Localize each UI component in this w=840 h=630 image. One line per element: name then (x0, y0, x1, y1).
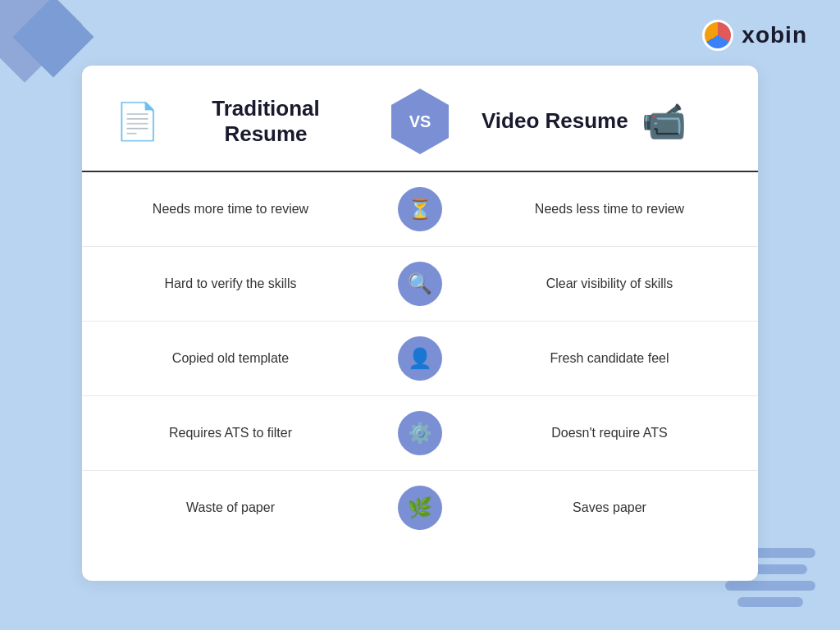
right-item: Clear visibility of skills (461, 276, 758, 291)
comparison-row: Requires ATS to filter ⚙️ Doesn't requir… (82, 396, 758, 471)
xobin-logo: xobin (702, 20, 807, 51)
right-item: Saves paper (461, 500, 758, 515)
row-icon: ⚙️ (398, 411, 442, 455)
card-header: 📄 Traditional Resume VS Video Resume 📹 (82, 66, 758, 172)
row-icon: 🌿 (398, 486, 442, 530)
left-item: Requires ATS to filter (82, 426, 379, 441)
left-item: Needs more time to review (82, 202, 379, 217)
row-icon: 🔍 (398, 262, 442, 306)
logo-text: xobin (742, 22, 807, 48)
traditional-header: 📄 Traditional Resume (115, 96, 383, 147)
comparison-body: Needs more time to review ⏳ Needs less t… (82, 172, 758, 545)
traditional-resume-icon: 📄 (115, 100, 160, 143)
traditional-title: Traditional Resume (173, 96, 358, 147)
right-item: Needs less time to review (461, 202, 758, 217)
vs-label: VS (409, 112, 431, 131)
wave-line (737, 597, 803, 607)
comparison-row: Needs more time to review ⏳ Needs less t… (82, 172, 758, 247)
left-item: Copied old template (82, 351, 379, 366)
row-icon: 👤 (398, 336, 442, 381)
comparison-card: 📄 Traditional Resume VS Video Resume 📹 N… (82, 66, 758, 581)
center-icon-wrapper: 🌿 (379, 486, 461, 530)
left-item: Hard to verify the skills (82, 276, 379, 291)
wave-line (725, 581, 815, 591)
comparison-row: Hard to verify the skills 🔍 Clear visibi… (82, 247, 758, 322)
left-item: Waste of paper (82, 500, 379, 515)
center-icon-wrapper: 👤 (379, 336, 461, 381)
logo-icon (702, 20, 733, 51)
video-header: Video Resume 📹 (457, 100, 725, 143)
comparison-row: Waste of paper 🌿 Saves paper (82, 471, 758, 545)
center-icon-wrapper: ⏳ (379, 187, 461, 231)
vs-badge: VS (391, 89, 449, 154)
video-title: Video Resume (482, 108, 628, 134)
center-icon-wrapper: 🔍 (379, 262, 461, 306)
center-icon-wrapper: ⚙️ (379, 411, 461, 455)
right-item: Fresh candidate feel (461, 351, 758, 366)
comparison-row: Copied old template 👤 Fresh candidate fe… (82, 322, 758, 396)
video-resume-icon: 📹 (641, 100, 687, 143)
right-item: Doesn't require ATS (461, 426, 758, 441)
row-icon: ⏳ (398, 187, 442, 231)
